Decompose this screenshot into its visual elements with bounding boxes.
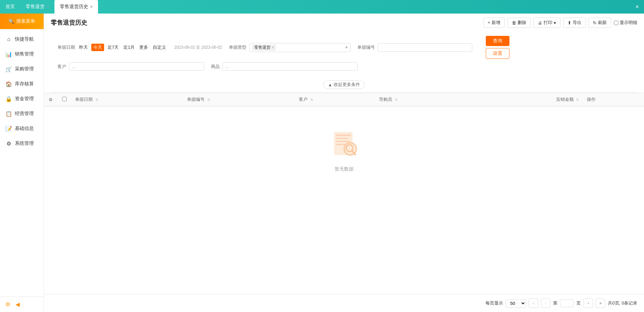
- show-detail-label-text: 显示明细: [620, 20, 637, 26]
- main-layout: 🔍 搜索菜单 ⌂ 快捷导航 📊 销售管理 🛒 采购管理 🏠 库存核算 🔒: [0, 14, 644, 312]
- page-input[interactable]: 1: [560, 299, 574, 307]
- col-guide-label: 导购员: [379, 97, 392, 102]
- filter-row-2: 客户 ... 商品 ...: [57, 62, 630, 71]
- operations-icon: 📋: [5, 110, 12, 117]
- customer-label: 客户: [57, 64, 66, 70]
- date-option-custom[interactable]: 自定义: [151, 44, 167, 51]
- print-button[interactable]: 🖨 打印 ▾: [533, 18, 560, 28]
- col-doc-date[interactable]: 单据日期 ⇅: [71, 93, 183, 106]
- tab-retail-return-history-label: 零售退货历史: [60, 4, 88, 10]
- sidebar-item-finance-mgmt[interactable]: 🔒 资金管理: [0, 91, 44, 106]
- product-input[interactable]: ...: [222, 62, 358, 71]
- prev-page-button[interactable]: ‹: [541, 298, 550, 308]
- print-chevron-icon: ▾: [554, 20, 556, 25]
- filter-product: 商品 ...: [211, 62, 358, 71]
- col-doc-no[interactable]: 单据编号 ⇅: [183, 93, 295, 106]
- filter-area: 单据日期 昨天 今天 近7天 近1月 更多 自定义 2023-06-02 至 2…: [51, 32, 637, 78]
- date-option-more[interactable]: 更多: [138, 44, 149, 51]
- date-filter-label: 单据日期: [57, 44, 75, 50]
- delete-button[interactable]: 🗑 删除: [507, 18, 531, 28]
- empty-text: 暂无数据: [335, 166, 354, 172]
- tab-retail-return-history-close[interactable]: ×: [90, 4, 93, 9]
- window-close-button[interactable]: ×: [630, 0, 644, 14]
- doc-type-select[interactable]: 零售退货 × ▾: [249, 43, 351, 52]
- sidebar-item-purchase-mgmt-label: 采购管理: [15, 66, 34, 72]
- sidebar-search[interactable]: 🔍 搜索菜单: [0, 14, 44, 29]
- show-detail-checkbox-label[interactable]: 显示明细: [614, 20, 637, 26]
- col-action-label: 操作: [587, 97, 596, 102]
- filter-date: 单据日期 昨天 今天 近7天 近1月 更多 自定义: [57, 44, 167, 51]
- tab-home-label: 首页: [5, 4, 15, 10]
- query-button[interactable]: 查询: [486, 36, 509, 46]
- product-dots: ...: [225, 64, 229, 69]
- col-customer[interactable]: 客户 ⇅: [295, 93, 375, 106]
- toolbar: + 新增 🗑 删除 🖨 打印 ▾ ⬆ 导出 ↻: [483, 18, 637, 28]
- first-page-button[interactable]: «: [529, 298, 538, 308]
- sidebar-item-inventory[interactable]: 🏠 库存核算: [0, 76, 44, 91]
- settings-icon[interactable]: ⚙: [5, 301, 10, 308]
- doc-type-chevron-icon: ▾: [345, 45, 348, 50]
- content-area: 零售退货历史 + 新增 🗑 删除 🖨 打印 ▾ ⬆ 导出: [44, 14, 644, 312]
- sidebar-item-operations-mgmt[interactable]: 📋 经营管理: [0, 106, 44, 121]
- next-page-button[interactable]: ›: [583, 298, 593, 308]
- total-records: 共0页, 0条记录: [608, 300, 637, 306]
- refresh-button[interactable]: ↻ 刷新: [589, 18, 611, 28]
- sidebar-item-quick-nav[interactable]: ⌂ 快捷导航: [0, 32, 44, 47]
- svg-rect-2: [336, 138, 349, 139]
- export-icon: ⬆: [568, 20, 571, 25]
- home-icon: ⌂: [5, 36, 12, 43]
- sidebar-item-basic-info[interactable]: 📝 基础信息: [0, 121, 44, 136]
- tab-home[interactable]: 首页: [0, 0, 20, 14]
- export-button[interactable]: ⬆ 导出: [563, 18, 586, 28]
- date-option-today[interactable]: 今天: [91, 44, 104, 51]
- sidebar-item-quick-nav-label: 快捷导航: [15, 36, 34, 42]
- tab-retail-return[interactable]: 零售退货 ×: [20, 0, 54, 14]
- last-page-button[interactable]: »: [596, 298, 605, 308]
- basic-info-icon: 📝: [5, 125, 12, 132]
- col-actual-amount-label: 实销金额: [556, 97, 574, 102]
- finance-icon: 🔒: [5, 95, 12, 102]
- col-actual-amount[interactable]: 实销金额 ⇅: [471, 93, 583, 106]
- date-option-yesterday[interactable]: 昨天: [78, 44, 89, 51]
- page-header: 零售退货历史 + 新增 🗑 删除 🖨 打印 ▾ ⬆ 导出: [44, 14, 644, 93]
- customer-dots: ...: [72, 64, 76, 69]
- col-doc-date-sort-icon: ⇅: [95, 98, 98, 102]
- col-settings[interactable]: ⚙: [44, 93, 57, 106]
- customer-input[interactable]: ...: [69, 62, 204, 71]
- per-page-select[interactable]: 50 10 20 100: [506, 299, 526, 308]
- sidebar-item-purchase-mgmt[interactable]: 🛒 采购管理: [0, 62, 44, 76]
- show-detail-checkbox[interactable]: [614, 21, 618, 25]
- pagination-bar: 每页显示 50 10 20 100 « ‹ 第 1 页 › » 共0页, 0条记…: [44, 294, 644, 312]
- date-option-1month[interactable]: 近1月: [122, 44, 136, 51]
- new-button[interactable]: + 新增: [483, 18, 505, 28]
- select-all-checkbox[interactable]: [62, 97, 67, 101]
- svg-rect-3: [336, 141, 350, 142]
- col-customer-sort-icon: ⇅: [310, 98, 313, 102]
- tab-retail-return-label: 零售退货: [26, 4, 45, 10]
- tab-retail-return-history[interactable]: 零售退货历史 ×: [54, 0, 98, 14]
- filter-doc-no: 单据编号: [357, 43, 472, 52]
- collapse-button[interactable]: ▲ 收起更多条件: [324, 80, 364, 89]
- col-guide[interactable]: 导购员 ⇅: [375, 93, 471, 106]
- export-label: 导出: [573, 20, 581, 26]
- settings-button[interactable]: 设置: [486, 48, 509, 59]
- sidebar-item-sales-mgmt[interactable]: 📊 销售管理: [0, 47, 44, 62]
- col-doc-no-label: 单据编号: [187, 97, 205, 102]
- system-icon: ⚙: [5, 140, 12, 147]
- filter-customer: 客户 ...: [57, 62, 204, 71]
- svg-rect-4: [336, 144, 346, 145]
- doc-type-tag-close[interactable]: ×: [272, 46, 274, 49]
- sidebar-nav: ⌂ 快捷导航 📊 销售管理 🛒 采购管理 🏠 库存核算 🔒 资金管理 📋: [0, 29, 44, 296]
- doc-no-input[interactable]: [378, 43, 472, 52]
- date-option-7days[interactable]: 近7天: [106, 44, 120, 51]
- col-doc-date-label: 单据日期: [75, 97, 93, 102]
- empty-icon: [327, 127, 361, 161]
- sidebar-item-sales-mgmt-label: 销售管理: [15, 51, 34, 57]
- tab-retail-return-close[interactable]: ×: [47, 4, 49, 9]
- delete-icon: 🗑: [512, 20, 516, 25]
- sidebar-item-system-mgmt[interactable]: ⚙ 系统管理: [0, 136, 44, 151]
- collapse-icon[interactable]: ◀: [16, 301, 20, 308]
- refresh-icon: ↻: [593, 20, 597, 25]
- inventory-icon: 🏠: [5, 81, 12, 87]
- filter-row-1: 单据日期 昨天 今天 近7天 近1月 更多 自定义 2023-06-02 至 2…: [57, 36, 630, 59]
